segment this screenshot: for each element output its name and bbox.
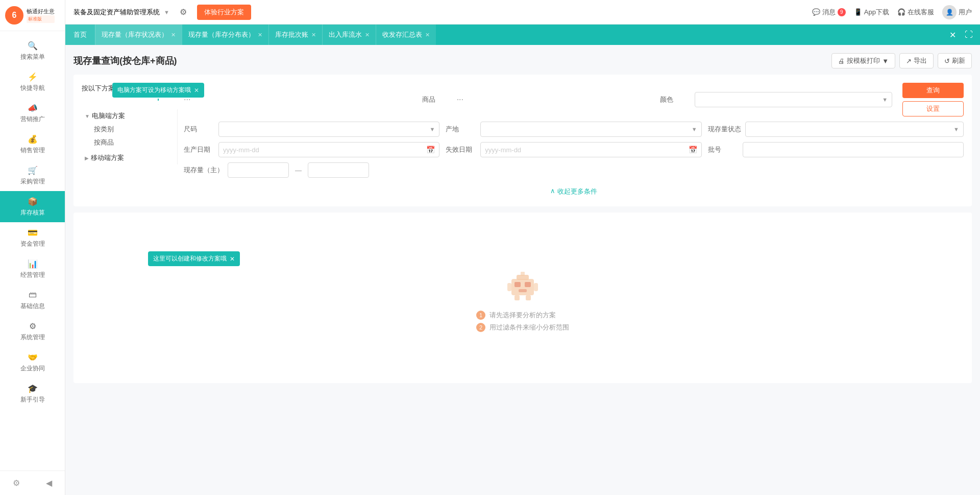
quantity-min-input[interactable] (228, 162, 289, 178)
collapse-icon: ▶ (85, 155, 89, 161)
scheme-child-category[interactable]: 按类别 (82, 123, 171, 136)
refresh-btn[interactable]: ↺ 刷新 (938, 53, 972, 68)
collapse-sidebar-btn[interactable]: ◀ (44, 476, 54, 490)
sidebar-item-search[interactable]: 🔍 搜索菜单 (0, 35, 65, 66)
filter-cell-size: 尺码 ▼ (184, 122, 439, 137)
empty-illustration (502, 264, 543, 304)
tab-summary[interactable]: 收发存汇总表 ✕ (376, 25, 436, 45)
search-btn[interactable]: 查询 (902, 83, 964, 98)
tab-flow[interactable]: 出入库流水 ✕ (322, 25, 376, 45)
tooltip1: 电脑方案可设为移动方案哦 ✕ (112, 83, 204, 98)
avatar: 👤 (942, 5, 957, 19)
filter-panel: 按以下方案查询 + ✎ « 电脑方案可设为移动方案哦 ✕ (74, 75, 972, 206)
filter-cell-prod-date: 生产日期 yyyy-mm-dd 📅 (184, 142, 439, 157)
sidebar-footer: ⚙ ◀ (0, 470, 65, 495)
sidebar-item-sales[interactable]: 💰 销售管理 (0, 129, 65, 160)
tab-close-all-btn[interactable]: ✕ (945, 28, 960, 42)
empty-tips: 1 请先选择要分析的方案 2 用过滤条件来缩小分析范围 (476, 311, 569, 332)
sidebar-item-guide[interactable]: 🎓 新手引导 (0, 378, 65, 409)
tooltip1-wrapper: 电脑方案可设为移动方案哦 ✕ (112, 83, 204, 98)
chevron-down-icon: ▼ (882, 57, 889, 65)
status-select[interactable]: ▼ (745, 122, 964, 137)
sidebar-item-purchase[interactable]: 🛒 采购管理 (0, 160, 65, 191)
user-profile[interactable]: 👤 用户 (942, 5, 972, 19)
app-download-btn[interactable]: 📱 App下载 (854, 8, 889, 17)
svg-rect-1 (514, 282, 521, 287)
sidebar-item-collab[interactable]: 🤝 企业协同 (0, 347, 65, 378)
tooltip1-text: 电脑方案可设为移动方案哦 (117, 86, 191, 95)
svg-rect-3 (519, 289, 527, 292)
content-area: 现存量查询(按仓库+商品) 🖨 按模板打印 ▼ ↗ 导出 ↺ 刷新 (65, 45, 980, 495)
export-btn[interactable]: ↗ 导出 (899, 53, 934, 68)
topbar-settings-btn[interactable]: ⚙ (176, 5, 191, 20)
sidebar-item-label: 搜索菜单 (20, 53, 45, 61)
brand-tag: 标准版 (27, 15, 55, 23)
system-title: 装备及固定资产辅助管理系统 (74, 8, 160, 17)
sidebar-item-system[interactable]: ⚙ 系统管理 (0, 316, 65, 347)
system-selector[interactable]: 装备及固定资产辅助管理系统 ▼ (74, 8, 169, 17)
tab-home[interactable]: 首页 (65, 25, 95, 45)
scheme-child-product[interactable]: 按商品 (82, 136, 171, 149)
tab-batch[interactable]: 库存批次账 ✕ (268, 25, 322, 45)
print-btn[interactable]: 🖨 按模板打印 ▼ (831, 53, 895, 68)
notice-label: 消息 (822, 8, 836, 17)
main-area: 装备及固定资产辅助管理系统 ▼ ⚙ 体验行业方案 💬 消息 9 📱 App下载 … (65, 0, 980, 495)
phone-icon: 📱 (854, 8, 862, 16)
prod-date-input[interactable]: yyyy-mm-dd 📅 (218, 142, 439, 157)
online-support-btn[interactable]: 🎧 在线客服 (897, 8, 934, 17)
sidebar-item-label: 系统管理 (20, 333, 45, 342)
notice-btn[interactable]: 💬 消息 9 (812, 8, 846, 17)
tab-inventory-dist[interactable]: 现存量（库存分布表） ✕ (182, 25, 268, 45)
batch-input[interactable] (743, 142, 964, 157)
logo-icon: 6 (5, 6, 23, 25)
settings-bottom-btn[interactable]: ⚙ (11, 476, 22, 490)
collapse-filter-btn[interactable]: ∧ 收起更多条件 (184, 183, 964, 198)
reset-btn[interactable]: 设置 (902, 101, 964, 116)
print-icon: 🖨 (838, 57, 845, 65)
scheme-tree-wrapper: 按以下方案查询 + ✎ « 电脑方案可设为移动方案哦 ✕ (82, 83, 184, 198)
filter-row-4: 现存量（主） — (184, 162, 964, 178)
lightning-icon: ⚡ (28, 72, 38, 82)
tooltip2-close-btn[interactable]: ✕ (230, 255, 235, 263)
svg-rect-5 (521, 272, 525, 276)
filter-cell-origin: 产地 ▼ (446, 122, 701, 137)
expand-icon: ▼ (85, 113, 90, 119)
sidebar-item-management[interactable]: 📊 经营管理 (0, 253, 65, 285)
size-select[interactable]: ▼ (218, 122, 439, 137)
scheme-node-mobile[interactable]: ▶ 移动端方案 (82, 151, 171, 164)
expire-date-input[interactable]: yyyy-mm-dd 📅 (480, 142, 701, 157)
svg-rect-8 (514, 295, 520, 300)
sidebar-item-marketing[interactable]: 📣 营销推广 (0, 98, 65, 129)
tooltip1-close-btn[interactable]: ✕ (194, 87, 199, 94)
color-select[interactable]: ▼ (695, 92, 892, 107)
scheme-node-desktop[interactable]: ▼ 电脑端方案 (82, 109, 171, 123)
svg-rect-7 (534, 283, 538, 291)
sidebar-item-shortcut[interactable]: ⚡ 快捷导航 (0, 66, 65, 98)
tooltip-connector-dot (156, 101, 160, 105)
tab-inventory-status[interactable]: 现存量（库存状况表） ✕ (95, 25, 182, 45)
empty-tip-2: 2 用过滤条件来缩小分析范围 (476, 323, 569, 332)
trial-btn[interactable]: 体验行业方案 (197, 5, 251, 20)
calendar-icon: 📅 (689, 146, 697, 154)
tabbar: 首页 现存量（库存状况表） ✕ 现存量（库存分布表） ✕ 库存批次账 ✕ 出入库… (65, 25, 980, 45)
sidebar-item-finance[interactable]: 💳 资金管理 (0, 222, 65, 253)
sidebar-item-inventory[interactable]: 📦 库存核算 (0, 191, 65, 222)
filter-cell-expire-date: 失效日期 yyyy-mm-dd 📅 (446, 142, 701, 157)
tab-close-inventory-dist[interactable]: ✕ (258, 32, 262, 38)
tab-close-summary[interactable]: ✕ (425, 32, 430, 38)
quantity-max-input[interactable] (308, 162, 369, 178)
origin-select[interactable]: ▼ (480, 122, 701, 137)
search-icon: 🔍 (28, 40, 38, 51)
scheme-tree: ▼ 电脑端方案 按类别 按商品 ▶ 移动端方案 (82, 109, 178, 164)
tooltip2-text: 这里可以创建和修改方案哦 (153, 254, 227, 263)
product-dots[interactable]: ··· (457, 95, 463, 104)
tab-close-flow[interactable]: ✕ (365, 32, 370, 38)
tab-maximize-btn[interactable]: ⛶ (962, 28, 976, 42)
tab-close-inventory-status[interactable]: ✕ (171, 32, 176, 38)
filter-cell-status: 现存量状态 ▼ (708, 122, 964, 137)
calendar-icon: 📅 (426, 146, 435, 154)
sidebar-item-basic[interactable]: 🗃 基础信息 (0, 285, 65, 316)
tab-close-batch[interactable]: ✕ (311, 32, 316, 38)
sidebar-item-label: 销售管理 (20, 146, 45, 155)
sales-icon: 💰 (28, 134, 38, 144)
